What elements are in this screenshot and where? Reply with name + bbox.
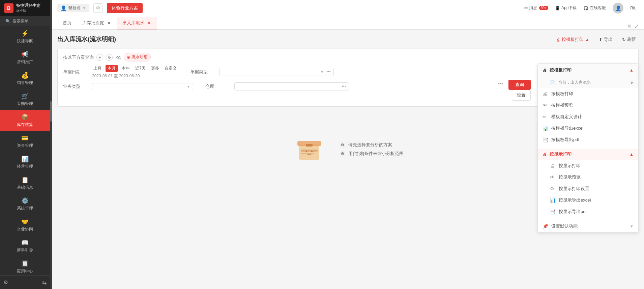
- query-btn[interactable]: 查询: [508, 80, 531, 90]
- dropdown-template-export-excel[interactable]: 📊 按模板导出excel: [538, 123, 638, 134]
- dropdown-template-preview[interactable]: 👁 按模板预览: [538, 100, 638, 111]
- search-menu[interactable]: 🔍 搜索菜单: [0, 16, 50, 26]
- quick-nav-icon: ⚡: [21, 30, 29, 37]
- sidebar-item-purchase[interactable]: 🛒 采购管理: [0, 89, 50, 110]
- dropdown-divider-2: [538, 219, 638, 219]
- doc-type-more-btn[interactable]: •••: [326, 70, 331, 74]
- filter-tag-icon: ⊕: [127, 55, 130, 60]
- dropdown-display-preview[interactable]: 👁 按显示预览: [538, 172, 638, 183]
- display-preview-icon: 👁: [550, 175, 555, 180]
- dropdown-current-template[interactable]: 📄 当前：出入库流水 ▶: [538, 77, 638, 88]
- display-excel-icon: 📊: [550, 198, 555, 203]
- page-toolbar: 🖨 按模板打印 ▲ ⬆ 导出 ↻ 刷新: [553, 35, 639, 44]
- window-maximize-btn[interactable]: ⤢: [634, 23, 639, 29]
- dropdown-set-default[interactable]: 📌 设置默认功能 ▼: [538, 220, 638, 232]
- sidebar-item-system[interactable]: ⚙️ 系统管理: [0, 194, 50, 215]
- sidebar-item-label: 新手引导: [17, 247, 33, 253]
- industry-solution-btn[interactable]: 体验行业方案: [107, 3, 143, 13]
- filter-settings-btn[interactable]: ⚙: [106, 54, 113, 61]
- sidebar-item-operations[interactable]: 📊 经营管理: [0, 152, 50, 173]
- tab-batch-account-close[interactable]: ✕: [106, 20, 112, 26]
- filter-add-btn[interactable]: +: [96, 54, 103, 61]
- setup-btn-container: 设置: [512, 90, 531, 101]
- date-opt-custom[interactable]: 自定义: [163, 65, 178, 72]
- dropdown-template-export-pdf[interactable]: 📑 按模板导出pdf: [538, 134, 638, 146]
- filter-tag-label: 流水明细: [131, 54, 148, 60]
- dropdown-display-export-pdf[interactable]: 📑 按显示导出pdf: [538, 206, 638, 217]
- date-opt-this-year[interactable]: 本年: [120, 65, 131, 72]
- sidebar-item-label: 系统管理: [17, 206, 33, 211]
- gear-settings-btn[interactable]: ⚙: [93, 3, 103, 13]
- tab-batch-account[interactable]: 库存批次账 ✕: [77, 17, 117, 29]
- dropdown-template-custom-label: 模板自定义设计: [551, 114, 582, 120]
- dropdown-display-section[interactable]: 🖨 按显示打印 ▲: [538, 149, 638, 160]
- date-opt-this-month[interactable]: 本月: [106, 65, 118, 72]
- dropdown-display-export-excel[interactable]: 📊 按显示导出excel: [538, 194, 638, 206]
- purchase-icon: 🛒: [21, 93, 29, 100]
- dropdown-collapse-arrow[interactable]: ▲: [630, 68, 634, 73]
- window-close-btn[interactable]: ✕: [627, 23, 632, 29]
- logo-icon: B: [4, 3, 13, 13]
- message-btn[interactable]: ✉ 消息 99+: [524, 5, 548, 11]
- sidebar-item-quick-nav[interactable]: ⚡ 快捷导航: [0, 26, 50, 47]
- sidebar-item-tutorial[interactable]: 📖 新手引导: [0, 236, 50, 257]
- sidebar-item-enterprise[interactable]: 🤝 企业协同: [0, 215, 50, 236]
- tab-home[interactable]: 首页: [57, 17, 77, 29]
- sidebar-item-label: 资金管理: [17, 143, 33, 149]
- top-header: 👤 畅捷通 ▼ ⚙ 体验行业方案 ✉ 消息 99+ 📱 App下载 🎧 在线客服: [52, 0, 644, 16]
- sidebar-item-finance[interactable]: 💳 资金管理: [0, 131, 50, 152]
- tab-inventory-flow-close[interactable]: ✕: [146, 20, 152, 26]
- enterprise-icon: 🤝: [21, 218, 29, 226]
- settings-bottom-btn[interactable]: ⚙: [3, 279, 8, 286]
- biz-type-input[interactable]: ▼: [92, 83, 193, 90]
- svg-rect-2: [306, 144, 313, 147]
- date-options: 上月 本月 本年 近7天 更多 自定义: [92, 65, 178, 72]
- more-options-btn[interactable]: •••: [495, 80, 506, 90]
- filter-collapse-btn[interactable]: ≪: [115, 54, 121, 60]
- dropdown-display-print-settings[interactable]: ⚙ 按显示打印设置: [538, 183, 638, 194]
- sidebar-item-sales[interactable]: 💰 销售管理: [0, 68, 50, 89]
- collapse-sidebar-btn[interactable]: ⇆: [42, 279, 47, 286]
- sidebar-item-app-center[interactable]: 🔲 应用中心: [0, 257, 50, 275]
- sidebar-item-inventory[interactable]: 📦 库存核算: [0, 110, 50, 131]
- warehouse-more-btn[interactable]: •••: [342, 84, 346, 89]
- template-custom-icon: ✏: [543, 114, 548, 120]
- marketing-icon: 📢: [21, 51, 29, 58]
- warehouse-input[interactable]: •••: [234, 82, 349, 90]
- sidebar-item-basic-info[interactable]: 📋 基础信息: [0, 173, 50, 194]
- sidebar-item-label: 应用中心: [17, 268, 33, 274]
- dropdown-divider-1: [538, 147, 638, 147]
- tab-bar: 首页 库存批次账 ✕ 出入库流水 ✕ ✕ ⤢: [52, 16, 644, 30]
- action-buttons: ••• 查询: [495, 80, 531, 90]
- svg-rect-0: [299, 144, 319, 160]
- app-download-label: App下载: [561, 5, 577, 11]
- dropdown-template-custom[interactable]: ✏ 模板自定义设计: [538, 111, 638, 123]
- refresh-btn[interactable]: ↻ 刷新: [619, 35, 639, 44]
- sidebar-item-marketing[interactable]: 📢 营销推广: [0, 47, 50, 68]
- page-title: 出入库流水(流水明细): [57, 35, 639, 43]
- display-section-title: 🖨 按显示打印: [543, 151, 572, 157]
- app-download-btn[interactable]: 📱 App下载: [555, 5, 577, 11]
- user-avatar-small: 👤: [61, 5, 66, 11]
- online-service-btn[interactable]: 🎧 在线客服: [583, 5, 606, 11]
- search-icon: 🔍: [5, 19, 10, 24]
- doc-type-input[interactable]: ▼ •••: [219, 68, 334, 76]
- date-opt-more[interactable]: 更多: [150, 65, 160, 72]
- svg-rect-3: [301, 150, 318, 152]
- tab-inventory-flow-label: 出入库流水: [122, 20, 144, 26]
- basic-info-icon: 📋: [21, 176, 29, 184]
- dropdown-template-print[interactable]: 🖨 按模板打印: [538, 88, 638, 100]
- export-icon: ⬆: [599, 37, 603, 42]
- date-opt-7days[interactable]: 近7天: [134, 65, 147, 72]
- tab-inventory-flow[interactable]: 出入库流水 ✕: [117, 17, 157, 29]
- dropdown-display-print[interactable]: 🖨 按显示打印: [538, 160, 638, 172]
- user-section[interactable]: 👤 畅捷通 ▼: [57, 4, 89, 12]
- date-opt-last-month[interactable]: 上月: [92, 65, 103, 72]
- export-btn[interactable]: ⬆ 导出: [596, 35, 615, 44]
- dropdown-arrow-icon: ▼: [83, 6, 86, 10]
- dropdown-template-preview-label: 按模板预览: [551, 102, 573, 108]
- user-avatar[interactable]: 👤: [613, 3, 623, 14]
- template-print-btn[interactable]: 🖨 按模板打印 ▲: [553, 35, 592, 44]
- setup-btn[interactable]: 设置: [512, 90, 531, 101]
- finance-icon: 💳: [21, 134, 29, 142]
